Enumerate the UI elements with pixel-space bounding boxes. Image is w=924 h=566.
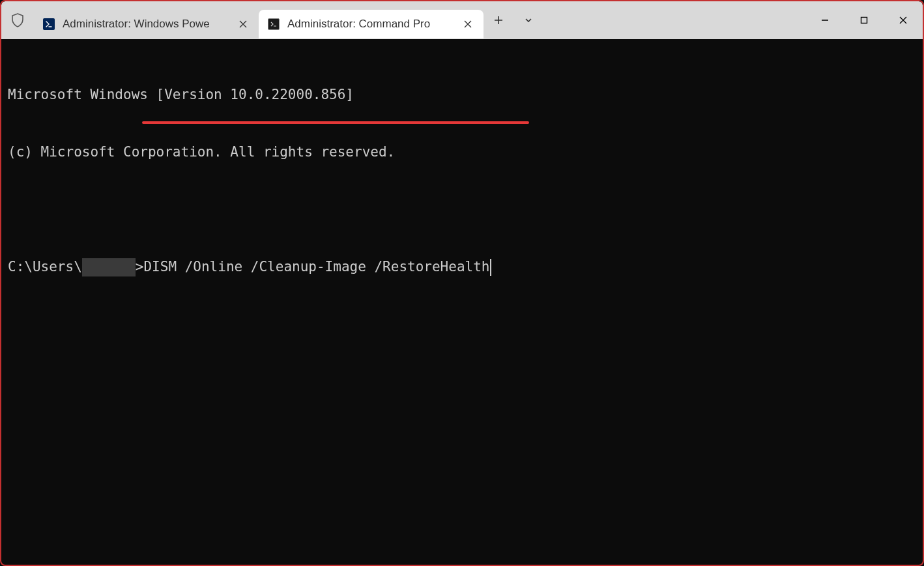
prompt-prefix: C:\Users\ bbox=[8, 258, 82, 276]
cmd-icon bbox=[268, 18, 280, 30]
tab-label: Administrator: Command Pro bbox=[287, 18, 454, 31]
new-tab-button[interactable] bbox=[484, 1, 513, 39]
tab-dropdown-button[interactable] bbox=[513, 1, 543, 39]
prompt-suffix: > bbox=[136, 258, 144, 276]
terminal-output[interactable]: Microsoft Windows [Version 10.0.22000.85… bbox=[1, 39, 923, 323]
maximize-button[interactable] bbox=[845, 1, 884, 39]
redacted-username bbox=[82, 258, 136, 276]
terminal-line: (c) Microsoft Corporation. All rights re… bbox=[8, 143, 916, 162]
svg-rect-0 bbox=[861, 18, 867, 23]
close-window-button[interactable] bbox=[884, 1, 923, 39]
window-controls bbox=[805, 1, 923, 39]
close-icon[interactable] bbox=[237, 18, 250, 31]
minimize-button[interactable] bbox=[805, 1, 845, 39]
annotation-underline bbox=[142, 121, 529, 124]
titlebar-left: Administrator: Windows Powe Administrato… bbox=[1, 1, 805, 39]
terminal-blank-line bbox=[8, 200, 916, 219]
terminal-line: Microsoft Windows [Version 10.0.22000.85… bbox=[8, 85, 916, 104]
tab-command-prompt[interactable]: Administrator: Command Pro bbox=[259, 10, 484, 38]
powershell-icon bbox=[43, 18, 55, 30]
close-icon[interactable] bbox=[461, 18, 474, 31]
tab-powershell[interactable]: Administrator: Windows Powe bbox=[34, 10, 259, 38]
command-text: DISM /Online /Cleanup-Image /RestoreHeal… bbox=[143, 258, 489, 276]
terminal-prompt-line: C:\Users\>DISM /Online /Cleanup-Image /R… bbox=[8, 258, 916, 276]
shield-icon bbox=[1, 1, 34, 39]
text-cursor bbox=[490, 259, 491, 276]
titlebar: Administrator: Windows Powe Administrato… bbox=[1, 1, 923, 39]
tab-label: Administrator: Windows Powe bbox=[63, 18, 229, 31]
